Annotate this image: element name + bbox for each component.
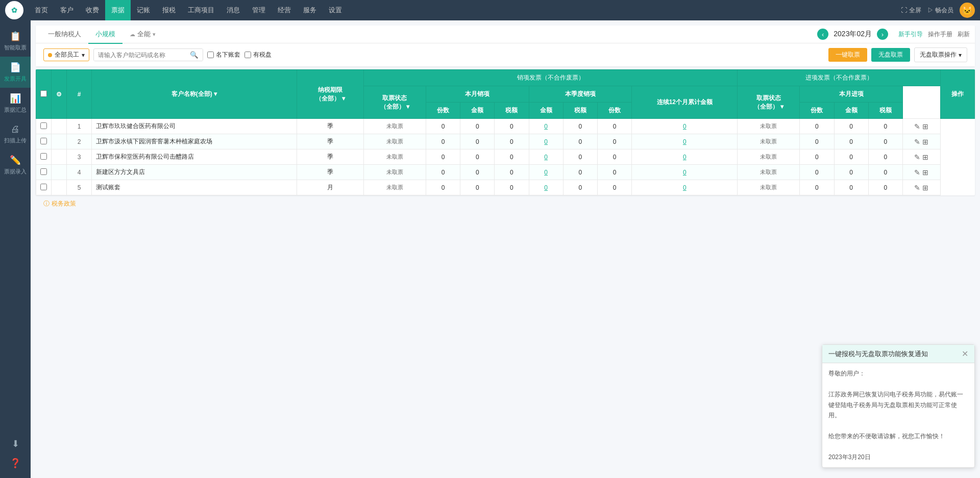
new-guide-link[interactable]: 新手引导 (898, 30, 923, 39)
row-actions: ✎ ⊞ (902, 149, 940, 165)
nav-invoice[interactable]: 票据 (105, 0, 131, 20)
one-click-btn[interactable]: 一键取票 (828, 48, 867, 62)
period-filter-icon: ▾ (342, 95, 345, 102)
row-checkbox[interactable] (36, 165, 52, 180)
tab-small-scale[interactable]: 小规模 (88, 26, 122, 44)
my-account-filter[interactable]: 名下账套 (207, 51, 240, 59)
nav-message[interactable]: 消息 (220, 0, 246, 20)
i-month-amount: 0 (834, 165, 868, 180)
purchase-invoice-group: 进项发票（不合作废票） (738, 70, 940, 86)
tax-period-header[interactable]: 纳税期限（全部） ▾ (297, 70, 363, 119)
edit-icon[interactable]: ✎ (914, 138, 920, 146)
detail-icon[interactable]: ⊞ (922, 184, 928, 192)
tax-disk-checkbox[interactable] (244, 52, 251, 58)
detail-icon[interactable]: ⊞ (922, 138, 928, 146)
purchase-status-header[interactable]: 取票状态（全部） ▾ (738, 86, 800, 119)
nav-operation[interactable]: 经营 (272, 0, 297, 20)
s-quarter-amount: 0 (529, 149, 563, 165)
manual-link[interactable]: 操作手册 (928, 30, 952, 39)
fullscreen-btn[interactable]: ⛶ 全屏 (901, 6, 921, 15)
invoice-entry-icon: ✏️ (10, 155, 21, 166)
notification-header: 一键报税与无盘取票功能恢复通知 ✕ (822, 345, 974, 363)
nav-service[interactable]: 服务 (297, 0, 323, 20)
tax-disk-filter[interactable]: 有税盘 (244, 51, 272, 59)
purchase-monthly-header: 本月进项 (800, 86, 903, 103)
sidebar-invoice-open[interactable]: 📄 发票开具 (0, 57, 31, 88)
i-month-count: 0 (800, 119, 834, 134)
search-input[interactable] (94, 49, 186, 61)
operations-header: 操作 (940, 70, 974, 119)
table-row: 5 测试账套 月 未取票 0 0 0 0 0 0 0 未取票 0 0 0 ✎ ⊞ (36, 180, 975, 195)
member-btn[interactable]: ▷ 畅会员 (927, 6, 953, 15)
refresh-link[interactable]: 刷新 (958, 30, 970, 39)
sidebar-invoice-entry[interactable]: ✏️ 票据录入 (0, 149, 31, 181)
customer-name: 新建区方方文具店 (92, 165, 297, 180)
next-period-btn[interactable]: › (877, 29, 888, 40)
i-month-amount: 0 (834, 180, 868, 195)
filter-icon: ▾ (214, 90, 217, 97)
s-quarter-count: 0 (598, 134, 632, 149)
prev-period-btn[interactable]: ‹ (817, 29, 828, 40)
sales-status-header[interactable]: 取票状态（全部） ▾ (364, 86, 426, 119)
s-cumulative: 0 (632, 149, 738, 165)
nav-home[interactable]: 首页 (29, 0, 54, 20)
table-body: 1 卫辉市玖玖健合医药有限公司 季 未取票 0 0 0 0 0 0 0 未取票 … (36, 119, 975, 195)
edit-icon[interactable]: ✎ (914, 184, 920, 192)
nav-tax[interactable]: 报税 (156, 0, 182, 20)
nav-bookkeeping[interactable]: 记账 (131, 0, 156, 20)
row-checkbox[interactable] (36, 149, 52, 165)
customer-name-header[interactable]: 客户名称(全部) ▾ (92, 70, 297, 119)
detail-icon[interactable]: ⊞ (922, 153, 928, 161)
nav-fee[interactable]: 收费 (80, 0, 105, 20)
nav-customer[interactable]: 客户 (54, 0, 80, 20)
no-disk-op-btn[interactable]: 无盘取票操作 ▾ (914, 47, 967, 62)
sidebar-settings[interactable]: ⬇ (10, 434, 21, 454)
search-button[interactable]: 🔍 (186, 49, 203, 61)
edit-icon[interactable]: ✎ (914, 153, 920, 161)
s-month-amount-header: 金额 (460, 103, 495, 119)
sidebar-help[interactable]: ❓ (10, 454, 21, 473)
s-month-amount: 0 (460, 119, 495, 134)
edit-icon[interactable]: ✎ (914, 168, 920, 177)
sidebar-smart-ticket[interactable]: 📋 智能取票 (0, 26, 31, 57)
i-month-amount: 0 (834, 134, 868, 149)
current-period: 2023年02月 (834, 30, 872, 39)
nav-manage[interactable]: 管理 (246, 0, 272, 20)
select-all-checkbox[interactable] (40, 90, 47, 97)
notification-body: 尊敬的用户： 江苏政务网已恢复访问电子税务局功能，易代账一键登陆电子税务局与无盘… (822, 363, 974, 467)
avatar[interactable]: 🐱 (960, 3, 975, 18)
detail-icon[interactable]: ⊞ (922, 122, 928, 131)
tax-policy-label[interactable]: 税务政策 (52, 199, 76, 208)
sidebar-smart-ticket-label: 智能取票 (4, 44, 27, 52)
purchase-status: 未取票 (738, 149, 800, 165)
employee-selector[interactable]: 全部员工 ▾ (43, 48, 89, 61)
s-quarter-amount: 0 (529, 165, 563, 180)
row-checkbox[interactable] (36, 119, 52, 134)
s-month-count: 0 (426, 180, 460, 195)
tab-all-capable[interactable]: ☁ 全能 ▾ (122, 26, 163, 44)
edit-icon[interactable]: ✎ (914, 122, 920, 131)
sidebar-invoice-summary-label: 票据汇总 (4, 106, 27, 114)
s-month-tax: 0 (495, 134, 529, 149)
tax-footer[interactable]: ⓘ 税务政策 (36, 195, 975, 212)
my-account-checkbox[interactable] (207, 52, 214, 58)
detail-icon[interactable]: ⊞ (922, 168, 928, 177)
s-month-tax-header: 税额 (495, 103, 529, 119)
s-month-count: 0 (426, 119, 460, 134)
chevron-down-icon: ▾ (82, 52, 85, 59)
nav-business[interactable]: 工商项目 (182, 0, 220, 20)
sidebar-invoice-summary[interactable]: 📊 票据汇总 (0, 88, 31, 119)
top-navigation: ✿ 首页 客户 收费 票据 记账 报税 工商项目 消息 管理 经营 服务 设置 … (0, 0, 980, 20)
s-quarter-amount: 0 (529, 134, 563, 149)
dropdown-chevron-icon: ▾ (959, 52, 962, 59)
row-checkbox[interactable] (36, 134, 52, 149)
sidebar-scan-upload[interactable]: 🖨 扫描上传 (0, 119, 31, 149)
nav-settings[interactable]: 设置 (323, 0, 348, 20)
notification-close-btn[interactable]: ✕ (962, 349, 968, 359)
row-checkbox[interactable] (36, 180, 52, 195)
logo[interactable]: ✿ (5, 1, 23, 19)
no-disk-btn[interactable]: 无盘取票 (871, 48, 910, 62)
sales-status-filter-icon: ▾ (406, 103, 409, 110)
tab-general-taxpayer[interactable]: 一般纳税人 (41, 26, 88, 44)
dot-icon (48, 53, 52, 57)
